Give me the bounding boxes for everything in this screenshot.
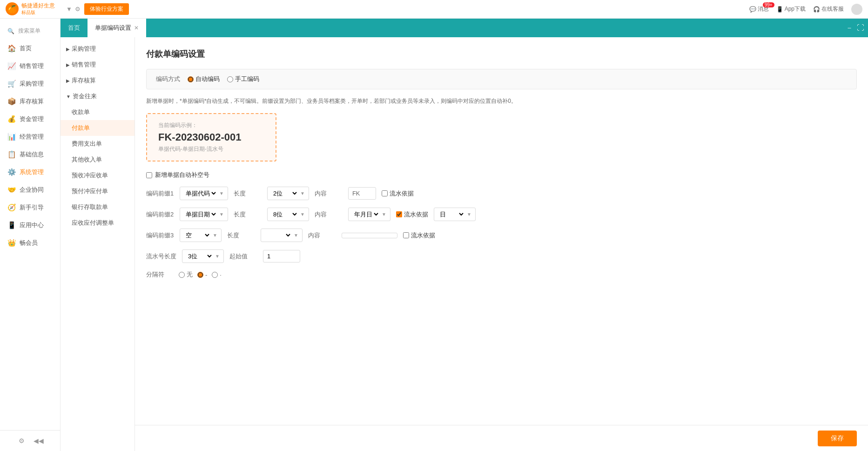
sub-item-prepay-receivable[interactable]: 预收冲应收单 <box>61 168 135 183</box>
prefix3-select-input[interactable]: 空 <box>184 231 211 239</box>
download-icon: 📱 <box>776 6 783 13</box>
prefix1-select[interactable]: 单据代码 ▼ <box>180 187 228 200</box>
sub-item-bank-deposit[interactable]: 银行存取款单 <box>61 199 135 215</box>
tab-close-icon[interactable]: ✕ <box>134 25 139 31</box>
finance-icon: 💰 <box>7 115 16 123</box>
prefix2-length-input[interactable]: 8位 <box>271 210 298 218</box>
encoding-method-section: 编码方式 自动编码 手工编码 <box>146 69 857 89</box>
sub-item-expense[interactable]: 费用支出单 <box>61 136 135 152</box>
manual-encode-option[interactable]: 手工编码 <box>227 75 259 83</box>
sidebar-item-member[interactable]: 👑 畅会员 <box>0 234 60 252</box>
prefix3-serial-check[interactable]: 流水依据 <box>403 231 435 240</box>
prefix2-select[interactable]: 单据日期 ▼ <box>180 208 228 221</box>
prefix3-serial-checkbox[interactable] <box>403 232 409 238</box>
prefix1-serial-check[interactable]: 流水依据 <box>382 189 414 198</box>
sub-sidebar: ▶ 采购管理 ▶ 销售管理 ▶ 库存核算 <box>61 37 135 451</box>
prefix2-select-input[interactable]: 单据日期 <box>184 210 217 218</box>
trial-button[interactable]: 体验行业方案 <box>84 3 129 15</box>
sidebar-item-inventory[interactable]: 📦 库存核算 <box>0 93 60 110</box>
prefix2-serial-unit-dropdown-icon: ▼ <box>467 212 471 217</box>
auto-encode-radio[interactable] <box>188 76 194 82</box>
guide-icon: 🧭 <box>7 203 16 212</box>
form-area: 付款单编码设置 编码方式 自动编码 手工编码 <box>135 37 868 425</box>
sidebar-item-basic[interactable]: 📋 基础信息 <box>0 146 60 163</box>
sidebar-item-cooperation[interactable]: 🤝 企业协同 <box>0 181 60 199</box>
sales-icon: 📈 <box>7 62 16 70</box>
separator-dot-radio[interactable] <box>212 272 218 278</box>
separator-dash-radio[interactable] <box>197 272 203 278</box>
serial-length-select[interactable]: 3位 ▼ <box>182 249 224 263</box>
prefix2-length-label: 长度 <box>234 210 262 219</box>
start-value-label: 起始值 <box>229 252 257 261</box>
sub-group-sales-header[interactable]: ▶ 销售管理 <box>61 57 135 73</box>
separator-dash-option[interactable]: - <box>197 271 207 278</box>
operations-icon: 📊 <box>7 133 16 141</box>
start-value-input[interactable] <box>263 250 300 263</box>
sub-layout: ▶ 采购管理 ▶ 销售管理 ▶ 库存核算 <box>61 37 868 451</box>
chevron-right-icon: ▶ <box>66 47 70 52</box>
prefix3-length-dropdown-icon: ▼ <box>294 233 298 238</box>
prefix1-serial-checkbox[interactable] <box>382 190 388 196</box>
tab-home[interactable]: 首页 <box>61 19 87 37</box>
settings-icon[interactable]: ⚙ <box>75 6 81 13</box>
sidebar-item-purchase[interactable]: 🛒 采购管理 <box>0 75 60 93</box>
headset-icon: 🎧 <box>813 6 820 13</box>
dropdown-arrow-icon[interactable]: ▼ <box>66 6 72 13</box>
prefix2-content-select[interactable]: 年月日 ▼ <box>348 208 390 221</box>
prefix2-content-input[interactable]: 年月日 <box>352 210 380 218</box>
tab-minimize-button[interactable]: － <box>846 23 853 33</box>
sub-group-inventory-header[interactable]: ▶ 库存核算 <box>61 73 135 88</box>
sub-group-finance-header[interactable]: ▼ 资金往来 <box>61 88 135 104</box>
separator-dot-option[interactable]: · <box>212 271 222 278</box>
sub-item-prepay-payable[interactable]: 预付冲应付单 <box>61 183 135 199</box>
prefix1-length-dropdown-icon: ▼ <box>300 191 305 196</box>
sidebar-item-guide[interactable]: 🧭 新手引导 <box>0 199 60 216</box>
sidebar-item-system[interactable]: ⚙️ 系统管理 <box>0 163 60 181</box>
prefix2-serial-unit-select[interactable]: 日 ▼ <box>434 208 476 221</box>
logo-sub: 标品版 <box>21 9 55 16</box>
prefix2-serial-unit-input[interactable]: 日 <box>438 210 465 218</box>
prefix2-serial-checkbox[interactable] <box>396 211 402 217</box>
auto-fill-checkbox[interactable] <box>146 172 152 178</box>
app-download-button[interactable]: 📱 App下载 <box>776 5 806 13</box>
settings-bottom-button[interactable]: ⚙ <box>15 434 28 447</box>
sub-item-receipt[interactable]: 收款单 <box>61 104 135 120</box>
prefix2-length-select[interactable]: 8位 ▼ <box>267 208 309 221</box>
prefix1-length-input[interactable]: 2位 <box>271 189 298 197</box>
collapse-button[interactable]: ◀◀ <box>32 434 45 447</box>
prefix3-length-select[interactable]: ▼ <box>261 229 303 242</box>
sidebar-item-home[interactable]: 🏠 首页 <box>0 40 60 57</box>
prefix2-content-dropdown-icon: ▼ <box>382 212 386 217</box>
prefix2-serial-check[interactable]: 流水依据 <box>396 210 428 219</box>
prefix3-select[interactable]: 空 ▼ <box>180 229 222 242</box>
preview-desc: 单据代码-单据日期-流水号 <box>158 145 264 153</box>
sidebar-item-finance[interactable]: 💰 资金管理 <box>0 110 60 128</box>
manual-encode-radio[interactable] <box>227 76 233 82</box>
sub-group-finance: ▼ 资金往来 收款单 付款单 费用支出单 其他收入单 <box>61 88 135 231</box>
sidebar-item-sales[interactable]: 📈 销售管理 <box>0 57 60 75</box>
sidebar-search[interactable]: 🔍 搜索菜单 <box>0 22 60 40</box>
message-button[interactable]: 💬 消息 99+ <box>749 5 769 13</box>
prefix3-length-input[interactable] <box>265 231 292 239</box>
online-service-button[interactable]: 🎧 在线客服 <box>813 5 844 13</box>
auto-encode-option[interactable]: 自动编码 <box>188 75 220 83</box>
sidebar-item-apps[interactable]: 📱 应用中心 <box>0 216 60 234</box>
top-bar-left: 🍊 畅捷通好生意 标品版 ▼ ⚙ 体验行业方案 <box>6 2 129 15</box>
page-title: 付款单编码设置 <box>146 48 857 60</box>
serial-length-input[interactable]: 3位 <box>186 252 213 260</box>
sub-item-ap-adjustment[interactable]: 应收应付调整单 <box>61 215 135 231</box>
prefix1-length-select[interactable]: 2位 ▼ <box>267 187 309 200</box>
tab-encoding[interactable]: 单据编码设置 ✕ <box>87 19 146 37</box>
sidebar-item-operations[interactable]: 📊 经营管理 <box>0 128 60 146</box>
separator-none-option[interactable]: 无 <box>179 270 193 279</box>
prefix1-select-input[interactable]: 单据代码 <box>184 189 217 197</box>
save-button[interactable]: 保存 <box>818 431 857 446</box>
sub-item-other-income[interactable]: 其他收入单 <box>61 152 135 168</box>
user-avatar[interactable] <box>851 4 862 15</box>
serial-row: 流水号长度 3位 ▼ 起始值 <box>146 249 857 263</box>
tab-maximize-button[interactable]: ⛶ <box>857 24 864 32</box>
encoding-method-label: 编码方式 <box>156 75 180 83</box>
separator-none-radio[interactable] <box>179 272 185 278</box>
sub-item-payment[interactable]: 付款单 <box>61 120 135 136</box>
sub-group-purchase-header[interactable]: ▶ 采购管理 <box>61 41 135 57</box>
